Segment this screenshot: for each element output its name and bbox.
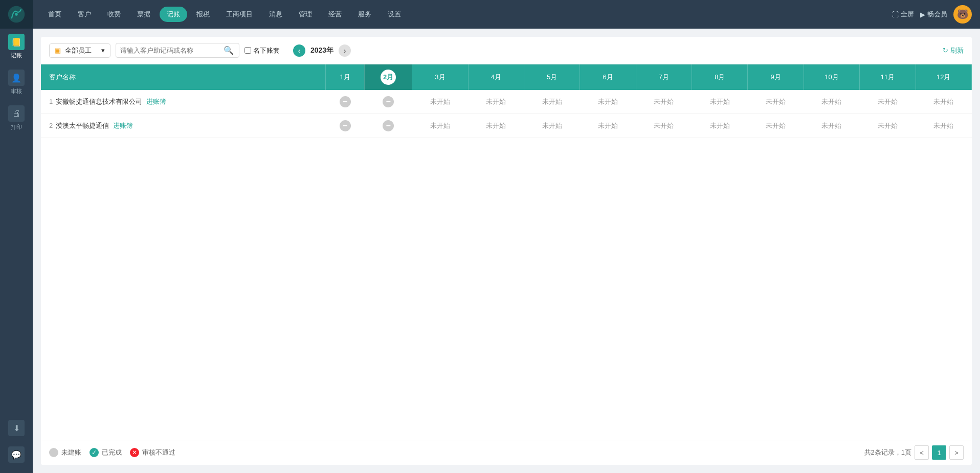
enter-ledger-link[interactable]: 进账簿: [113, 122, 133, 129]
nav-service[interactable]: 服务: [351, 7, 378, 22]
col-header-oct: 10月: [804, 64, 859, 90]
search-wrap: 🔍: [116, 43, 239, 58]
status-not-started: 未开始: [654, 98, 674, 105]
member-button[interactable]: ▶ 畅会员: [920, 10, 947, 19]
logo[interactable]: [0, 0, 33, 29]
status-not-started: 未开始: [766, 122, 786, 129]
topnav-right: ⛶ 全屏 ▶ 畅会员 🐻: [892, 5, 972, 24]
client-name: 安徽畅捷通信息技术有限公司: [56, 98, 142, 105]
month-cell-12: 未开始: [916, 90, 971, 114]
status-not-started: 未开始: [710, 122, 730, 129]
col-header-client: 客户名称: [41, 64, 326, 90]
prev-page-button[interactable]: <: [915, 445, 929, 460]
status-not-started: 未开始: [542, 122, 562, 129]
status-not-started: 未开始: [821, 98, 841, 105]
col-header-jun: 6月: [580, 64, 636, 90]
table-row: 2漠澳太平畅捷通信进账簿−−未开始未开始未开始未开始未开始未开始未开始未开始未开…: [41, 114, 972, 138]
row-index: 1: [49, 98, 53, 105]
search-button[interactable]: 🔍: [222, 46, 235, 55]
nav-message[interactable]: 消息: [262, 7, 289, 22]
month-cell-8: 未开始: [692, 114, 748, 138]
nav-home[interactable]: 首页: [41, 7, 69, 22]
col-header-dec: 12月: [916, 64, 971, 90]
next-year-button[interactable]: ›: [339, 44, 351, 57]
nav-tax[interactable]: 报税: [189, 7, 217, 22]
nav-business[interactable]: 工商项目: [219, 7, 260, 22]
sidebar-item-print[interactable]: 🖨 打印: [0, 100, 33, 136]
table-row: 1安徽畅捷通信息技术有限公司进账簿−−未开始未开始未开始未开始未开始未开始未开始…: [41, 90, 972, 114]
enter-ledger-link[interactable]: 进账簿: [146, 98, 166, 105]
nav-bookkeeping[interactable]: 记账: [160, 7, 187, 22]
client-name: 漠澳太平畅捷通信: [56, 122, 109, 129]
month-cell-9: 未开始: [748, 114, 804, 138]
nav-settings[interactable]: 设置: [381, 7, 408, 22]
main-table: 客户名称 1月 2月 3月 4月 5月 6月 7月 8月 9月 10月 11月: [41, 64, 972, 138]
legend-gray-dot: [49, 448, 58, 457]
month-cell-7: 未开始: [636, 114, 692, 138]
col-header-nov: 11月: [860, 64, 916, 90]
current-page-button[interactable]: 1: [932, 445, 946, 460]
month-cell-10: 未开始: [804, 114, 859, 138]
sidebar-item-download[interactable]: ⬇: [0, 415, 33, 441]
legend-rejected-label: 审核不通过: [142, 448, 175, 457]
month-cell-6: 未开始: [580, 114, 636, 138]
month-cell-12: 未开始: [916, 114, 971, 138]
nav-customer[interactable]: 客户: [71, 7, 98, 22]
footer-right: 共2条记录，1页 < 1 >: [864, 445, 964, 460]
table-wrap: 客户名称 1月 2月 3月 4月 5月 6月 7月 8月 9月 10月 11月: [41, 64, 972, 440]
col-header-feb: 2月: [364, 64, 412, 90]
filter-label: 全部员工: [65, 46, 92, 55]
account-filter-wrap: 名下账套: [244, 46, 280, 55]
year-display: 2023年: [310, 46, 333, 55]
legend-green-dot: ✓: [90, 448, 99, 457]
month-cell-5: 未开始: [524, 114, 580, 138]
sidebar: 📒 记账 👤 审核 🖨 打印 ⬇ 💬: [0, 0, 33, 473]
status-not-started: 未开始: [430, 122, 450, 129]
prev-year-button[interactable]: ‹: [293, 44, 305, 57]
col-header-may: 5月: [524, 64, 580, 90]
status-not-started: 未开始: [486, 98, 506, 105]
search-input[interactable]: [120, 47, 222, 54]
content-area: ▣ 全部员工 ▾ 🔍 名下账套 ‹ 2023年 ›: [33, 29, 980, 473]
refresh-icon: ↻: [943, 47, 948, 54]
status-not-started: 未开始: [486, 122, 506, 129]
sidebar-item-review[interactable]: 👤 审核: [0, 64, 33, 100]
month-cell-4: 未开始: [468, 90, 524, 114]
svg-point-1: [15, 13, 17, 15]
legend-completed-label: 已完成: [102, 448, 122, 457]
status-not-started: 未开始: [598, 122, 618, 129]
nav-operation[interactable]: 经营: [321, 7, 349, 22]
sidebar-item-support[interactable]: 💬: [0, 441, 33, 468]
support-icon: 💬: [8, 446, 25, 463]
month-cell-4: 未开始: [468, 114, 524, 138]
nav-invoice[interactable]: 票据: [130, 7, 158, 22]
sidebar-item-accounting[interactable]: 📒 记账: [0, 29, 33, 64]
toolbar: ▣ 全部员工 ▾ 🔍 名下账套 ‹ 2023年 ›: [41, 37, 972, 64]
client-cell: 1安徽畅捷通信息技术有限公司进账簿: [41, 90, 326, 114]
month-cell-6: 未开始: [580, 90, 636, 114]
next-page-button[interactable]: >: [949, 445, 964, 460]
refresh-label: 刷新: [950, 46, 964, 55]
nav-manage[interactable]: 管理: [292, 7, 319, 22]
account-filter-checkbox[interactable]: [244, 47, 251, 54]
status-not-started: 未开始: [766, 98, 786, 105]
avatar[interactable]: 🐻: [953, 5, 972, 24]
legend-completed: ✓ 已完成: [90, 448, 122, 457]
nav-billing[interactable]: 收费: [100, 7, 128, 22]
status-not-started: 未开始: [821, 122, 841, 129]
status-dash-icon: −: [383, 96, 394, 107]
fullscreen-icon: ⛶: [892, 11, 899, 18]
status-not-started: 未开始: [933, 98, 953, 105]
employee-filter[interactable]: ▣ 全部员工 ▾: [49, 43, 110, 58]
month-cell-11: 未开始: [860, 114, 916, 138]
fullscreen-button[interactable]: ⛶ 全屏: [892, 10, 914, 19]
month-cell-1: −: [326, 90, 365, 114]
accounting-icon: 📒: [8, 34, 25, 50]
month-cell-5: 未开始: [524, 90, 580, 114]
refresh-button[interactable]: ↻ 刷新: [943, 46, 964, 55]
month-cell-7: 未开始: [636, 90, 692, 114]
month-cell-1: −: [326, 114, 365, 138]
col-header-jul: 7月: [636, 64, 692, 90]
col-header-mar: 3月: [412, 64, 468, 90]
legend-not-started-label: 未建账: [61, 448, 81, 457]
